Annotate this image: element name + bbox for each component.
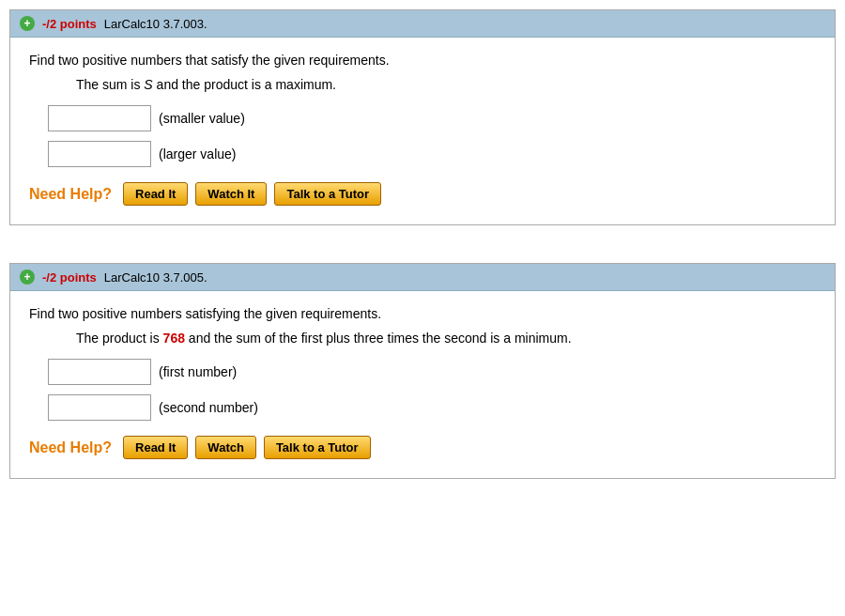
need-help-label-2: Need Help? [29,439,112,456]
second-number-label: (second number) [159,400,258,415]
watch-it-button-2[interactable]: Watch [195,436,256,459]
points-label-2: -/2 points [42,270,97,285]
subtext-italic: S [144,77,152,92]
first-number-input[interactable] [48,359,151,385]
need-help-label-1: Need Help? [29,186,112,203]
problem-1-question: Find two positive numbers that satisfy t… [29,53,816,68]
problem-1-subtext: The sum is S and the product is a maximu… [76,77,816,92]
problem-code-2: LarCalc10 3.7.005. [104,270,207,285]
input-row-2-1: (first number) [48,359,816,385]
watch-it-button-1[interactable]: Watch It [195,182,267,206]
points-label-1: -/2 points [42,17,97,31]
second-number-input[interactable] [48,394,151,421]
larger-value-label: (larger value) [159,146,236,162]
problem-1: + -/2 points LarCalc10 3.7.003. Find two… [9,9,836,225]
input-row-1-1: (smaller value) [48,105,816,131]
talk-to-tutor-button-2[interactable]: Talk to a Tutor [264,436,371,459]
problem-code-1: LarCalc10 3.7.003. [104,17,207,31]
problem-1-body: Find two positive numbers that satisfy t… [10,38,835,224]
input-row-1-2: (larger value) [48,141,816,167]
need-help-row-1: Need Help? Read It Watch It Talk to a Tu… [29,182,816,206]
first-number-label: (first number) [159,364,237,379]
smaller-value-label: (smaller value) [159,111,245,126]
problem-2: + -/2 points LarCalc10 3.7.005. Find two… [9,263,836,479]
problem-2-question: Find two positive numbers satisfying the… [29,306,816,321]
talk-to-tutor-button-1[interactable]: Talk to a Tutor [274,182,381,206]
problem-2-header: + -/2 points LarCalc10 3.7.005. [10,264,835,291]
smaller-value-input[interactable] [48,105,151,131]
read-it-button-2[interactable]: Read It [123,436,188,459]
need-help-row-2: Need Help? Read It Watch Talk to a Tutor [29,436,816,459]
expand-icon-2[interactable]: + [20,270,35,285]
input-row-2-2: (second number) [48,394,816,421]
larger-value-input[interactable] [48,141,151,167]
problem-2-body: Find two positive numbers satisfying the… [10,291,835,478]
expand-icon-1[interactable]: + [20,16,35,31]
problem-1-header: + -/2 points LarCalc10 3.7.003. [10,10,835,38]
problem-2-subtext: The product is 768 and the sum of the fi… [76,331,816,346]
product-value: 768 [163,331,185,346]
read-it-button-1[interactable]: Read It [123,182,188,206]
